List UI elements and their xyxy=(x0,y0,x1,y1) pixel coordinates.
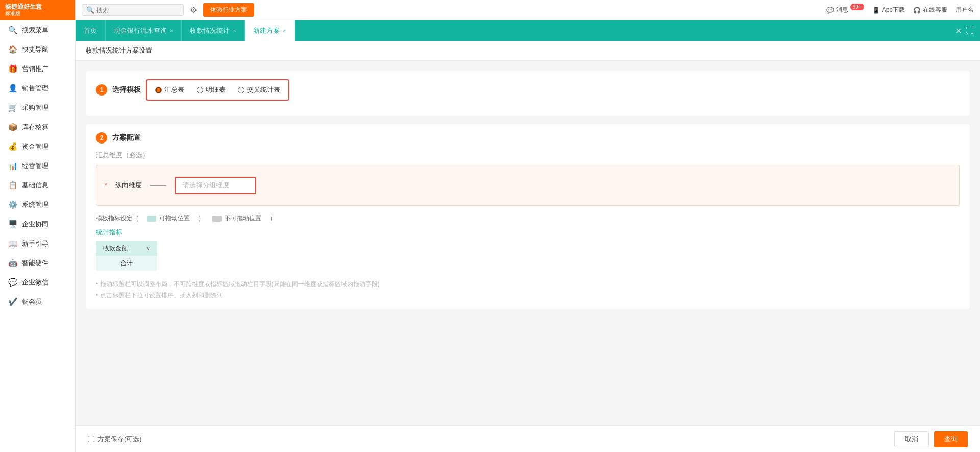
required-mark: * xyxy=(105,182,107,189)
step1-header: 1 选择模板 汇总表明细表交叉统计表 xyxy=(96,79,960,101)
sidebar-icon-0: 🔍 xyxy=(8,26,18,35)
topbar-actions: 💬 消息 99+ 📱 App下载 🎧 在线客服 用户名 xyxy=(826,6,974,14)
tab-close-1[interactable]: × xyxy=(170,28,173,34)
indicator-col-body: 合计 xyxy=(96,256,157,271)
sidebar-item-14[interactable]: ✔️畅会员 xyxy=(0,292,75,312)
sidebar-item-8[interactable]: 📋基础信息 xyxy=(0,176,75,195)
sidebar-item-0[interactable]: 🔍搜索菜单 xyxy=(0,20,75,40)
sidebar-icon-2: 🎁 xyxy=(8,64,18,74)
tab-label-3: 新建方案 xyxy=(253,26,280,35)
sidebar-item-11[interactable]: 📖新手引导 xyxy=(0,234,75,253)
industry-btn[interactable]: 体验行业方案 xyxy=(203,3,254,17)
search-input[interactable] xyxy=(96,7,168,14)
sidebar-icon-6: 💰 xyxy=(8,142,18,151)
dim-select[interactable]: 请选择分组维度 xyxy=(175,177,256,194)
step2-section: 2 方案配置 汇总维度（必选） * 纵向维度 —— 请选择分组维度 xyxy=(86,124,970,309)
save-checkbox[interactable]: 方案保存(可选) xyxy=(88,435,142,444)
fixed-label: 不可拖动位置 xyxy=(225,214,261,223)
tab-spacer xyxy=(295,20,949,41)
logo-sub: 标准版 xyxy=(5,10,42,17)
template-options: 汇总表明细表交叉统计表 xyxy=(146,79,289,101)
sidebar-item-3[interactable]: 👤销售管理 xyxy=(0,79,75,98)
download-icon: 📱 xyxy=(872,7,880,14)
sidebar-item-7[interactable]: 📊经营管理 xyxy=(0,156,75,176)
footer-buttons: 取消 查询 xyxy=(894,431,968,447)
radio-2[interactable] xyxy=(238,87,244,93)
service-icon: 🎧 xyxy=(913,7,921,14)
sidebar-icon-9: ⚙️ xyxy=(8,200,18,209)
sidebar-item-9[interactable]: ⚙️系统管理 xyxy=(0,195,75,215)
sidebar-item-6[interactable]: 💰资金管理 xyxy=(0,137,75,156)
tab-0[interactable]: 首页 xyxy=(76,20,106,41)
maximize-icon[interactable]: ⛶ xyxy=(966,26,974,35)
sidebar-icon-5: 📦 xyxy=(8,123,18,132)
message-action[interactable]: 💬 消息 99+ xyxy=(826,6,864,14)
indicator-grid: 收款金额 ∨ 合计 xyxy=(96,241,157,271)
footer-bar: 方案保存(可选) 取消 查询 xyxy=(76,425,980,452)
tab-1[interactable]: 现金银行流水查询× xyxy=(106,20,182,41)
indicators-section: 模板指标设定（ 可拖动位置 ） 不可拖动位置 ） xyxy=(96,214,960,271)
stats-label: 统计指标 xyxy=(96,228,960,237)
hint-0: 拖动标题栏可以调整布局，不可跨维度或指标区域拖动栏目字段(只能在同一维度或指标区… xyxy=(96,279,960,290)
sidebar-icon-12: 🤖 xyxy=(8,258,18,268)
hints: 拖动标题栏可以调整布局，不可跨维度或指标区域拖动栏目字段(只能在同一维度或指标区… xyxy=(96,279,960,301)
sidebar-icon-11: 📖 xyxy=(8,239,18,248)
save-checkbox-input[interactable] xyxy=(88,436,94,442)
vertical-dim-label: 纵向维度 xyxy=(115,181,142,190)
indicators-title: 模板指标设定（ xyxy=(96,214,139,223)
page-header: 收款情况统计方案设置 xyxy=(76,41,980,61)
sidebar-item-10[interactable]: 🖥️企业协同 xyxy=(0,215,75,234)
sidebar-icon-8: 📋 xyxy=(8,181,18,190)
dim-section-label: 汇总维度（必选） xyxy=(96,151,960,160)
radio-1[interactable] xyxy=(197,87,203,93)
dim-arrow: —— xyxy=(150,181,166,190)
dimension-area: * 纵向维度 —— 请选择分组维度 xyxy=(96,165,960,206)
fixed-icon xyxy=(212,216,222,222)
sidebar-item-13[interactable]: 💬企业微信 xyxy=(0,273,75,292)
template-option-0[interactable]: 汇总表 xyxy=(155,85,184,94)
movable-legend: 可拖动位置 xyxy=(147,214,190,223)
tab-label-1: 现金银行流水查询 xyxy=(114,26,167,35)
sidebar-item-12[interactable]: 🤖智能硬件 xyxy=(0,253,75,273)
window-controls: ✕⛶ xyxy=(949,20,980,41)
download-action[interactable]: 📱 App下载 xyxy=(872,6,905,14)
indicator-chevron[interactable]: ∨ xyxy=(146,245,150,252)
option-label-0: 汇总表 xyxy=(164,85,184,94)
tab-2[interactable]: 收款情况统计× xyxy=(182,20,244,41)
step1-title: 选择模板 xyxy=(112,85,141,94)
fixed-legend: 不可拖动位置 xyxy=(212,214,261,223)
indicators-legend: 模板指标设定（ 可拖动位置 ） 不可拖动位置 ） xyxy=(96,214,960,223)
content-area: 收款情况统计方案设置 1 选择模板 汇总表明细表交叉统计表 2 方案配置 汇 xyxy=(76,41,980,452)
template-option-2[interactable]: 交叉统计表 xyxy=(238,85,280,94)
sidebar-item-4[interactable]: 🛒采购管理 xyxy=(0,98,75,117)
sidebar-item-5[interactable]: 📦库存核算 xyxy=(0,117,75,137)
user-action[interactable]: 用户名 xyxy=(955,6,974,14)
sidebar-icon-7: 📊 xyxy=(8,161,18,171)
indicator-col-header: 收款金额 ∨ xyxy=(96,241,157,256)
template-option-1[interactable]: 明细表 xyxy=(197,85,226,94)
cancel-button[interactable]: 取消 xyxy=(894,431,929,447)
service-action[interactable]: 🎧 在线客服 xyxy=(913,6,947,14)
tabbar: 首页现金银行流水查询×收款情况统计×新建方案×✕⛶ xyxy=(76,20,980,41)
step1-section: 1 选择模板 汇总表明细表交叉统计表 xyxy=(86,71,970,116)
sep: ） xyxy=(198,214,204,223)
tab-3[interactable]: 新建方案× xyxy=(245,20,295,41)
step2-title: 方案配置 xyxy=(112,133,141,142)
sidebar-item-1[interactable]: 🏠快捷导航 xyxy=(0,40,75,59)
tab-close-2[interactable]: × xyxy=(233,28,236,34)
radio-0[interactable] xyxy=(155,87,162,93)
tab-label-2: 收款情况统计 xyxy=(190,26,230,35)
gear-icon[interactable]: ⚙ xyxy=(190,5,197,15)
app-logo: 畅捷通好生意 标准版 xyxy=(0,0,75,20)
step2-number: 2 xyxy=(96,132,107,144)
tab-close-3[interactable]: × xyxy=(283,28,286,34)
message-label: 消息 xyxy=(836,6,848,14)
query-button[interactable]: 查询 xyxy=(934,431,968,447)
search-box[interactable]: 🔍 xyxy=(82,4,184,16)
sidebar: 畅捷通好生意 标准版 🔍搜索菜单🏠快捷导航🎁营销推广👤销售管理🛒采购管理📦库存核… xyxy=(0,0,76,452)
service-label: 在线客服 xyxy=(923,6,947,14)
close-window-icon[interactable]: ✕ xyxy=(955,26,962,36)
sidebar-item-2[interactable]: 🎁营销推广 xyxy=(0,59,75,79)
download-label: App下载 xyxy=(882,6,905,14)
sidebar-icon-3: 👤 xyxy=(8,84,18,93)
